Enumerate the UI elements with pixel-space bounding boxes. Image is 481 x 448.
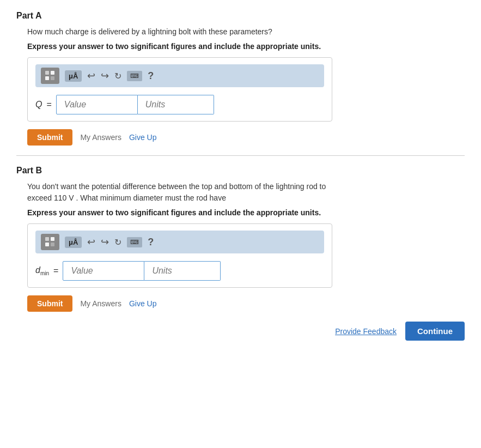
part-b-value-input[interactable] xyxy=(63,261,144,281)
part-b-my-answers-label: My Answers xyxy=(80,299,121,308)
svg-rect-1 xyxy=(51,71,54,75)
keyboard-icon[interactable]: ⌨ xyxy=(127,71,142,81)
part-a-variable-label: Q xyxy=(35,100,42,110)
footer-row: Provide Feedback Continue xyxy=(16,322,465,341)
part-a-section: Part A How much charge is delivered by a… xyxy=(16,11,465,146)
part-b-answer-box: μÅ ↩ ↪ ↻ ⌨ ? dmin = xyxy=(27,223,332,288)
part-b-toolbar: μÅ ↩ ↪ ↻ ⌨ ? xyxy=(35,231,324,253)
part-b-input-row: dmin = xyxy=(35,261,324,281)
part-b-equals: = xyxy=(53,266,58,276)
part-b-units-input[interactable] xyxy=(144,261,221,281)
part-b-refresh-icon[interactable]: ↻ xyxy=(114,237,121,247)
part-a-units-input[interactable] xyxy=(138,95,214,114)
part-a-input-row: Q = xyxy=(35,95,324,114)
part-b-grid-icon[interactable] xyxy=(41,234,59,250)
part-b-question-line2: exceed 110 V . What minimum diameter mus… xyxy=(27,193,226,202)
part-b-variable-label: dmin xyxy=(35,265,49,276)
part-a-answer-box: μÅ ↩ ↪ ↻ ⌨ ? Q = xyxy=(27,57,332,122)
part-b-give-up-link[interactable]: Give Up xyxy=(129,299,157,308)
svg-rect-7 xyxy=(51,243,54,246)
part-b-question: You don't want the potential difference … xyxy=(27,181,465,204)
part-a-equals: = xyxy=(46,100,51,110)
help-icon[interactable]: ? xyxy=(148,70,154,82)
part-a-title: Part A xyxy=(16,11,465,21)
refresh-icon[interactable]: ↻ xyxy=(114,71,121,81)
part-a-my-answers-label: My Answers xyxy=(80,133,121,142)
svg-rect-0 xyxy=(45,71,49,75)
svg-rect-4 xyxy=(45,237,49,241)
part-b-submit-button[interactable]: Submit xyxy=(27,295,72,312)
part-a-give-up-link[interactable]: Give Up xyxy=(129,133,157,142)
part-b-action-row: Submit My Answers Give Up xyxy=(27,295,465,312)
part-b-keyboard-icon[interactable]: ⌨ xyxy=(127,237,142,247)
part-b-variable-sub: min xyxy=(40,270,49,276)
part-b-section: Part B You don't want the potential diff… xyxy=(16,166,465,312)
part-a-action-row: Submit My Answers Give Up xyxy=(27,129,465,146)
section-divider xyxy=(16,155,465,156)
part-a-question: How much charge is delivered by a lightn… xyxy=(27,26,465,38)
part-b-question-line1: You don't want the potential difference … xyxy=(27,182,326,191)
svg-rect-3 xyxy=(51,76,54,80)
part-b-mu-button[interactable]: μÅ xyxy=(65,237,82,248)
mu-button[interactable]: μÅ xyxy=(65,70,82,82)
part-b-instruction: Express your answer to two significant f… xyxy=(27,208,465,217)
part-b-undo-arrow-icon[interactable]: ↩ xyxy=(87,236,95,248)
part-b-title: Part B xyxy=(16,166,465,175)
undo-arrow-icon[interactable]: ↩ xyxy=(87,70,95,82)
part-a-toolbar: μÅ ↩ ↪ ↻ ⌨ ? xyxy=(35,64,324,87)
part-a-instruction: Express your answer to two significant f… xyxy=(27,42,465,51)
part-b-redo-arrow-icon[interactable]: ↪ xyxy=(101,236,109,248)
svg-rect-5 xyxy=(51,237,54,241)
part-a-value-input[interactable] xyxy=(56,95,138,114)
part-b-help-icon[interactable]: ? xyxy=(148,237,154,248)
svg-rect-2 xyxy=(45,76,49,80)
provide-feedback-link[interactable]: Provide Feedback xyxy=(335,327,397,336)
part-a-submit-button[interactable]: Submit xyxy=(27,129,72,146)
grid-icon[interactable] xyxy=(41,68,59,84)
redo-arrow-icon[interactable]: ↪ xyxy=(101,70,109,82)
continue-button[interactable]: Continue xyxy=(405,322,465,341)
svg-rect-6 xyxy=(45,243,49,246)
